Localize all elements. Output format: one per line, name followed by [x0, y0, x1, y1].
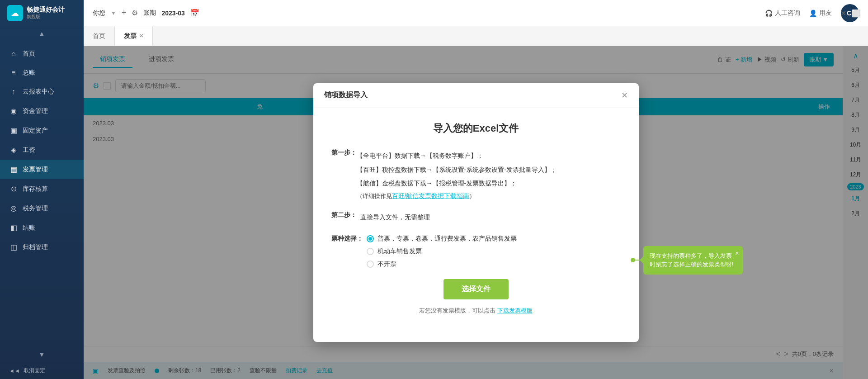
sidebar-label-fund: 资金管理	[23, 107, 48, 115]
sidebar-label-home: 首页	[23, 50, 35, 58]
help-btn[interactable]: 🎧 人工咨询	[765, 9, 800, 17]
window-close-btn[interactable]: ✕	[840, 9, 846, 18]
footer-text: 若您没有发票模版，可以点击	[419, 307, 495, 314]
period-value: 2023-03	[161, 9, 184, 17]
scroll-up-btn[interactable]: ▲	[0, 26, 84, 41]
salary-icon: ◈	[9, 146, 18, 154]
tab-home-label: 首页	[93, 32, 105, 40]
scroll-down-btn[interactable]: ▼	[0, 347, 84, 362]
tooltip-close-btn[interactable]: ×	[735, 249, 739, 258]
radio-label-motor: 机动车销售发票	[377, 247, 422, 256]
radio-circle-motor	[367, 248, 374, 255]
radio-group: 普票，专票，卷票，通行费发票，农产品销售发票 机动车销售发票	[367, 235, 517, 268]
step1-line3: 【航信】金税盘数据下载→【报税管理-发票数据导出】；	[357, 176, 621, 190]
archive-icon: ◫	[9, 243, 18, 251]
period-label: 账期	[143, 9, 156, 17]
tab-invoice-close[interactable]: ✕	[139, 33, 143, 39]
logo-area: ☁ 畅捷通好会计 旗舰版	[0, 0, 84, 26]
step1-line1: 【全电平台】数据下载→【税务数字账户】；	[357, 149, 621, 163]
modal-footer: 若您没有发票模版，可以点击 下载发票模版	[331, 307, 621, 315]
logo-icon: ☁	[7, 5, 23, 21]
sidebar-item-archive[interactable]: ◫ 归档管理	[0, 237, 84, 257]
sidebar: ☁ 畅捷通好会计 旗舰版 ▲ ⌂ 首页 ≡ 总账 ↑ 云报表中心 ◉ 资金管理 …	[0, 0, 84, 379]
help-label: 人工咨询	[775, 9, 800, 17]
modal-overlay: 销项数据导入 ✕ 导入您的Excel文件 第一步： 【全电平台】数据下载→【税务…	[84, 46, 868, 379]
radio-label-none: 不开票	[377, 260, 396, 268]
ticket-section: 票种选择： 普票，专票，卷票，通行费发票，农产品销售发票	[331, 235, 621, 268]
sidebar-item-home[interactable]: ⌂ 首页	[0, 44, 84, 63]
sidebar-item-cloud[interactable]: ↑ 云报表中心	[0, 82, 84, 101]
radio-motor[interactable]: 机动车销售发票	[367, 247, 517, 256]
radio-circle-normal	[367, 235, 374, 242]
sidebar-label-closing: 结账	[23, 224, 35, 232]
step2-label: 第二步：	[331, 211, 357, 219]
sidebar-nav: ⌂ 首页 ≡ 总账 ↑ 云报表中心 ◉ 资金管理 ▣ 固定资产 ◈ 工资 ▤ 发…	[0, 41, 84, 347]
tab-home[interactable]: 首页	[84, 26, 115, 46]
radio-normal[interactable]: 普票，专票，卷票，通行费发票，农产品销售发票	[367, 235, 517, 243]
sidebar-label-stock: 库存核算	[23, 185, 48, 193]
tab-invoice[interactable]: 发票 ✕	[115, 26, 153, 46]
logo-name: 畅捷通好会计	[27, 6, 65, 14]
content-area: 销项发票 进项发票 🗒 证 + 新增 ▶ 视频 ↺ 刷新 账期 ▼ ⚙	[84, 46, 868, 379]
company-dropdown-icon[interactable]: ▼	[111, 10, 116, 16]
radio-circle-none	[367, 261, 374, 268]
cloud-icon: ↑	[9, 88, 18, 96]
main-area: 你您 ▼ + ⚙ 账期 2023-03 📅 🎧 人工咨询 👤 用友 CI ✕ ⬜…	[84, 0, 868, 379]
step1-line2: 【百旺】税控盘数据下载→【系统设置-系统参数设置-发票批量导入】；	[357, 163, 621, 177]
sidebar-item-stock[interactable]: ⊙ 库存核算	[0, 179, 84, 199]
settings-icon[interactable]: ⚙	[132, 9, 138, 17]
sidebar-item-closing[interactable]: ◧ 结账	[0, 218, 84, 237]
sidebar-label-tax: 税务管理	[23, 204, 48, 213]
cancel-pin-btn[interactable]: ◄◄ 取消固定	[0, 362, 84, 379]
stock-icon: ⊙	[9, 185, 18, 193]
sidebar-item-ledger[interactable]: ≡ 总账	[0, 63, 84, 82]
closing-icon: ◧	[9, 223, 18, 232]
radio-none[interactable]: 不开票	[367, 260, 517, 268]
modal-header: 销项数据导入 ✕	[313, 83, 639, 108]
assets-icon: ▣	[9, 126, 18, 135]
tooltip-container: × 现在支持的票种多了，导入发票时别忘了选择正确的发票类型呀!	[643, 246, 743, 275]
sidebar-item-salary[interactable]: ◈ 工资	[0, 140, 84, 160]
window-controls: ✕ ⬜	[833, 0, 868, 26]
home-icon: ⌂	[9, 50, 18, 58]
sidebar-label-salary: 工资	[23, 146, 35, 154]
import-modal: 销项数据导入 ✕ 导入您的Excel文件 第一步： 【全电平台】数据下载→【税务…	[313, 83, 639, 342]
user-btn[interactable]: 👤 用友	[809, 9, 832, 17]
radio-dot-normal	[368, 237, 372, 241]
tooltip-anchor-dot	[631, 258, 635, 262]
sidebar-label-cloud: 云报表中心	[23, 88, 54, 96]
sidebar-item-tax[interactable]: ◎ 税务管理	[0, 199, 84, 218]
cancel-pin-label: 取消固定	[24, 367, 45, 374]
invoice-icon: ▤	[9, 165, 18, 174]
sidebar-label-ledger: 总账	[23, 69, 35, 77]
headset-icon: 🎧	[765, 9, 773, 17]
radio-label-normal: 普票，专票，卷票，通行费发票，农产品销售发票	[377, 235, 517, 243]
logo-badge: 旗舰版	[27, 14, 65, 20]
tab-invoice-label: 发票	[124, 32, 137, 40]
sidebar-item-invoice[interactable]: ▤ 发票管理	[0, 160, 84, 179]
company-name: 你您	[93, 9, 105, 17]
step1-guide-link[interactable]: 百旺/航信发票数据下载指南	[392, 192, 470, 199]
modal-body: 导入您的Excel文件 第一步： 【全电平台】数据下载→【税务数字账户】； 【百…	[313, 108, 639, 328]
fund-icon: ◉	[9, 107, 18, 115]
select-file-btn[interactable]: 选择文件	[443, 279, 509, 299]
calendar-icon[interactable]: 📅	[190, 9, 199, 17]
tabs-bar: 首页 发票 ✕	[84, 26, 868, 46]
user-icon: 👤	[809, 9, 817, 17]
pin-icon: ◄◄	[9, 368, 20, 374]
step-2: 第二步： 直接导入文件，无需整理	[331, 211, 621, 224]
user-label: 用友	[819, 9, 832, 17]
sidebar-label-invoice: 发票管理	[23, 166, 48, 174]
download-template-link[interactable]: 下载发票模版	[497, 307, 533, 314]
tooltip-bubble: × 现在支持的票种多了，导入发票时别忘了选择正确的发票类型呀!	[643, 246, 743, 275]
topbar: 你您 ▼ + ⚙ 账期 2023-03 📅 🎧 人工咨询 👤 用友 CI ✕ ⬜	[84, 0, 868, 26]
modal-close-btn[interactable]: ✕	[621, 90, 628, 100]
step1-label: 第一步：	[331, 149, 357, 196]
tax-icon: ◎	[9, 204, 18, 213]
step2-content: 直接导入文件，无需整理	[360, 213, 430, 222]
sidebar-label-assets: 固定资产	[23, 127, 48, 135]
add-btn[interactable]: +	[122, 8, 127, 18]
window-maximize-btn[interactable]: ⬜	[852, 9, 861, 18]
sidebar-item-fund[interactable]: ◉ 资金管理	[0, 101, 84, 121]
sidebar-item-assets[interactable]: ▣ 固定资产	[0, 121, 84, 140]
